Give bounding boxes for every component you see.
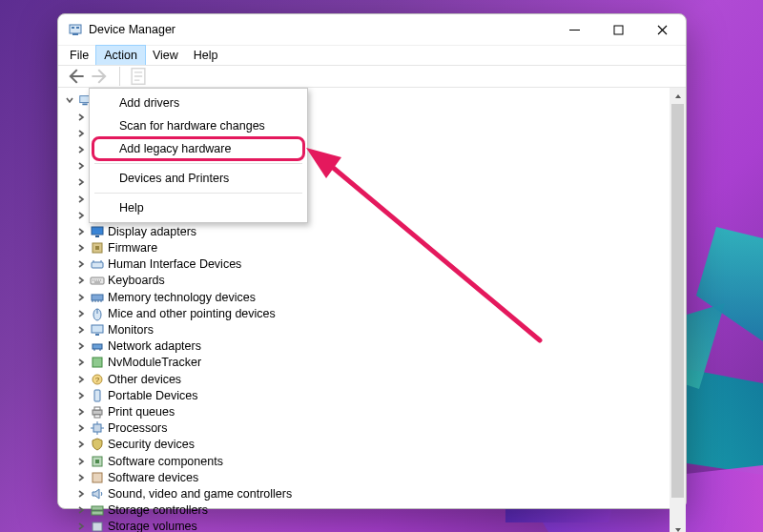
firmware-icon (90, 240, 105, 256)
device-manager-window: Device Manager File Action View Help (57, 13, 687, 509)
tree-node[interactable]: Software components (62, 453, 686, 469)
svg-rect-31 (94, 390, 100, 401)
menu-item-add-legacy-hardware[interactable]: Add legacy hardware (93, 137, 304, 160)
chevron-right-icon (75, 472, 87, 483)
chevron-right-icon (75, 521, 87, 532)
tree-node-label: Keyboards (108, 274, 165, 287)
chevron-right-icon (75, 406, 87, 418)
menu-action[interactable]: Action (96, 46, 145, 65)
tree-node[interactable]: NvModuleTracker (62, 355, 686, 371)
memory-icon (90, 290, 105, 305)
tree-node-label: Human Interface Devices (108, 257, 241, 271)
tree-node[interactable]: Sound, video and game controllers (62, 485, 686, 501)
svg-rect-4 (614, 26, 623, 34)
tree-node[interactable]: Mice and other pointing devices (62, 305, 686, 321)
hid-icon (90, 256, 105, 272)
tree-node[interactable]: Monitors (62, 321, 686, 338)
svg-rect-28 (93, 358, 102, 367)
tree-node[interactable]: Portable Devices (62, 387, 686, 403)
chevron-right-icon (75, 210, 87, 221)
chevron-right-icon (75, 357, 87, 368)
menu-view[interactable]: View (145, 46, 186, 65)
svg-rect-41 (93, 522, 102, 531)
chevron-right-icon (75, 194, 87, 205)
menubar: File Action View Help (58, 45, 686, 65)
chevron-right-icon (75, 340, 87, 352)
scroll-down-button[interactable] (670, 522, 686, 532)
mouse-icon (90, 306, 105, 321)
tree-node-label: Display adapters (108, 225, 196, 238)
menu-item-devices-and-printers[interactable]: Devices and Printers (93, 167, 304, 190)
menu-file[interactable]: File (62, 46, 96, 65)
titlebar[interactable]: Device Manager (58, 14, 686, 45)
tree-node[interactable]: Storage volumes (62, 519, 686, 532)
tree-node[interactable]: Software devices (62, 469, 686, 485)
tree-node[interactable]: Memory technology devices (62, 289, 686, 305)
tree-node[interactable]: Display adapters (62, 223, 686, 239)
storage-icon (90, 502, 105, 518)
software-comp-icon (90, 454, 105, 469)
scroll-up-button[interactable] (670, 88, 686, 104)
menu-separator (94, 193, 302, 194)
tree-node[interactable]: ?Other devices (62, 371, 686, 387)
app-icon (68, 22, 83, 37)
tree-node[interactable]: Keyboards (62, 273, 686, 289)
chevron-right-icon (75, 422, 87, 434)
tree-node-label: Other devices (108, 373, 181, 386)
tree-node-label: Firmware (108, 241, 157, 255)
tree-node-label: Sound, video and game controllers (108, 487, 292, 501)
keyboard-icon (90, 273, 105, 288)
tree-node-label: Storage controllers (108, 503, 208, 517)
printer-icon (90, 404, 105, 419)
tree-node[interactable]: Security devices (62, 437, 686, 453)
svg-rect-7 (82, 104, 87, 106)
chevron-down-icon (64, 94, 75, 106)
tree-node-label: Software components (108, 455, 223, 468)
chevron-right-icon (75, 144, 87, 155)
menu-help[interactable]: Help (186, 46, 226, 65)
chevron-right-icon (75, 226, 87, 237)
svg-rect-17 (95, 235, 99, 237)
tree-node[interactable]: Processors (62, 420, 686, 437)
menu-item-add-drivers[interactable]: Add drivers (93, 92, 304, 114)
svg-text:?: ? (95, 376, 100, 384)
properties-button[interactable] (128, 66, 149, 87)
svg-rect-2 (72, 27, 74, 29)
tree-node-label: Monitors (108, 323, 154, 337)
tree-node[interactable]: Storage controllers (62, 502, 686, 519)
maximize-button[interactable] (596, 14, 640, 45)
tree-node[interactable]: Print queues (62, 403, 686, 419)
svg-rect-35 (93, 424, 101, 432)
scroll-thumb[interactable] (671, 104, 684, 498)
svg-rect-19 (95, 246, 99, 250)
tree-node[interactable]: Firmware (62, 240, 686, 256)
svg-rect-40 (92, 511, 103, 515)
svg-rect-32 (93, 410, 102, 415)
monitor-icon (90, 322, 105, 338)
scroll-track[interactable] (670, 104, 686, 522)
tree-node[interactable]: Human Interface Devices (62, 256, 686, 273)
close-button[interactable] (640, 14, 684, 45)
chevron-right-icon (75, 275, 87, 286)
svg-rect-37 (95, 460, 99, 463)
svg-rect-22 (92, 295, 103, 300)
menu-item-help[interactable]: Help (93, 196, 304, 219)
menu-item-scan-for-hardware-changes[interactable]: Scan for hardware changes (93, 114, 304, 137)
other-icon: ? (90, 372, 105, 387)
tree-node[interactable]: Network adapters (62, 338, 686, 355)
back-button[interactable] (64, 66, 85, 87)
cpu-icon (90, 420, 105, 436)
minimize-button[interactable] (552, 14, 596, 45)
vertical-scrollbar[interactable] (670, 88, 686, 532)
chevron-right-icon (75, 128, 87, 139)
tree-node-label: Portable Devices (108, 389, 198, 402)
forward-button[interactable] (91, 66, 112, 87)
tree-node-label: Memory technology devices (108, 291, 256, 304)
svg-rect-34 (94, 415, 100, 418)
chevron-right-icon (75, 504, 87, 516)
tree-node-label: Network adapters (108, 339, 201, 353)
svg-rect-27 (93, 344, 102, 349)
toolbar-separator (119, 67, 120, 86)
tree-node-label: Mice and other pointing devices (108, 307, 276, 320)
window-title: Device Manager (89, 23, 175, 36)
